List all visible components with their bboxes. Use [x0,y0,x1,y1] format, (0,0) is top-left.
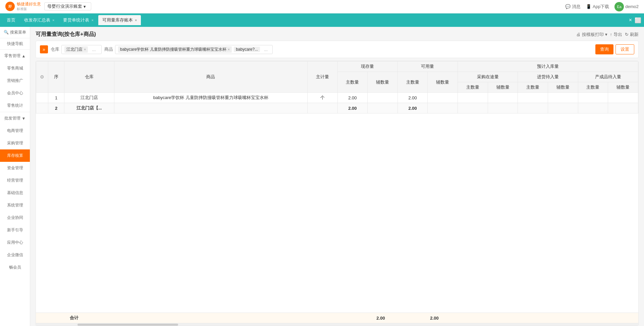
logo-sub: 标准版 [17,7,41,11]
table-container: ⚙ 序 仓库 商品 主计量 现存量 可用量 预计入库量 主数量 辅数量 主数量 [36,61,639,326]
sidebar-item-inventory[interactable]: 库存核算 [0,149,30,162]
tab-available-stock-close[interactable]: × [135,18,137,22]
tab-order-stats-close[interactable]: × [91,18,93,22]
row1-settings [36,93,48,103]
refresh-button[interactable]: ↻ 刷新 [625,32,639,38]
row2-production-pending-main [578,103,608,113]
tab-home-label: 首页 [7,17,15,23]
col-available-main-qty-header: 主数量 [397,72,428,93]
col-settings-header: ⚙ [36,61,48,93]
sidebar-operations-label: 经营管理 [7,178,23,183]
row2-main-unit [307,103,337,113]
sidebar-inventory-label: 库存核算 [7,153,23,158]
query-button[interactable]: 查询 [595,44,613,54]
col-current-aux-qty-header: 辅数量 [368,72,398,93]
row1-current-main-qty: 2.00 [337,93,368,103]
product-tag-1-value: babycare学饮杯 儿童防摔防撞吸管杯重力球吸嘴杯宝宝水杯 [120,47,226,52]
tab-home[interactable]: 首页 [3,15,19,25]
col-production-pending-aux-header: 辅数量 [608,82,638,93]
product-tag-2-value: babycare?... [236,47,258,52]
column-settings-icon[interactable]: ⚙ [40,74,44,80]
sidebar-member-center-label: 会员中心 [7,90,23,96]
warehouse-more-button[interactable]: ... [90,46,98,53]
page-header: 可用量查询(按仓库+商品) 🖨 按模板打印 ▾ ↑ 导出 ↻ 刷新 [30,27,644,41]
warehouse-input[interactable]: 江北门店 × ... [61,45,102,54]
col-inbound-pending-aux-header: 辅数量 [548,82,578,93]
tab-available-stock[interactable]: 可用量库存账本 × [98,15,141,25]
sidebar-item-retail-mall[interactable]: 零售商城 [0,62,30,75]
user-profile[interactable]: Ea demo2 [614,2,639,11]
col-inbound-pending-main-header: 主数量 [518,82,548,93]
warehouse-field: 仓库 江北门店 × ... [51,45,102,54]
sidebar-item-retail-stats[interactable]: 零售统计 [0,99,30,112]
table-row: 2 江北门店【... 2.00 2.00 [36,103,638,113]
export-button[interactable]: ↑ 导出 [610,32,623,38]
table-empty-space [36,113,638,313]
app-download-button[interactable]: 📱 App下载 [586,4,609,10]
tab-income-expense-close[interactable]: × [52,18,54,22]
col-available-aux-qty-header: 辅数量 [428,72,458,93]
sidebar-item-ecommerce[interactable]: 电商管理 [0,125,30,137]
print-icon: 🖨 [576,32,581,37]
horizontal-scrollbar[interactable] [36,323,638,326]
row2-production-pending-aux [608,103,638,113]
row2-settings [36,103,48,113]
sidebar-item-member-center[interactable]: 会员中心 [0,87,30,99]
sidebar-item-finance[interactable]: 资金管理 [0,162,30,174]
row2-purchase-onway-main [458,103,488,113]
tab-restore-icon[interactable]: ⬜ [635,17,641,24]
chevron-icon-2: ▼ [22,116,26,121]
row1-no: 1 [48,93,64,103]
tab-income-expense[interactable]: 收发存汇总表 × [20,15,58,25]
sidebar-item-enterprise-coop[interactable]: 企业协同 [0,212,30,224]
tab-income-expense-label: 收发存汇总表 [24,17,50,23]
product-more-button[interactable]: ... [262,46,270,53]
sidebar-item-app-center[interactable]: 应用中心 [0,236,30,249]
filter-expand-button[interactable]: » [40,45,48,53]
footer-current-main-qty: 2.00 [367,316,394,321]
sidebar-item-system[interactable]: 系统管理 [0,199,30,212]
sidebar-item-purchase[interactable]: 采购管理 [0,137,30,149]
sidebar-item-wholesale-mgmt[interactable]: 批发管理 ▼ [0,112,30,125]
data-table: ⚙ 序 仓库 商品 主计量 现存量 可用量 预计入库量 主数量 辅数量 主数量 [36,61,638,113]
sidebar-item-member[interactable]: 畅会员 [0,261,30,274]
row1-available-main-qty: 2.00 [397,93,428,103]
sidebar-search[interactable]: 🔍 搜索菜单 [0,27,30,38]
app-download-label: App下载 [593,4,609,10]
sidebar-quick-nav[interactable]: 快捷导航 [0,38,30,50]
search-icon: 🔍 [4,30,9,35]
sidebar-item-enterprise-wechat[interactable]: 企业微信 [0,249,30,261]
sidebar-item-newbie[interactable]: 新手引导 [0,224,30,236]
row2-current-main-qty: 2.00 [337,103,368,113]
col-available-qty-header: 可用量 [397,61,458,72]
message-button[interactable]: 💬 消息 [565,4,581,10]
export-icon: ↑ [610,32,612,37]
row1-purchase-onway-aux [488,93,518,103]
logo-icon: 好 [5,2,15,11]
industry-select[interactable]: 母婴行业演示账套 ▾ [44,2,91,10]
setting-button[interactable]: 设置 [615,44,634,54]
product-input[interactable]: babycare学饮杯 儿童防摔防撞吸管杯重力球吸嘴杯宝宝水杯 × babyca… [115,45,273,54]
warehouse-tag-close[interactable]: × [84,47,86,51]
sidebar-app-center-label: 应用中心 [7,240,23,245]
scroll-thumb[interactable] [77,324,178,326]
col-purchase-onway-main-header: 主数量 [458,82,488,93]
warehouse-label: 仓库 [51,46,59,52]
sidebar-item-basic-info[interactable]: 基础信息 [0,187,30,199]
tab-order-stats[interactable]: 要货单统计表 × [59,15,97,25]
sidebar-item-marketing[interactable]: 营销推广 [0,75,30,87]
sidebar-item-retail-mgmt[interactable]: 零售管理 ▲ [0,50,30,62]
sidebar-wholesale-mgmt-label: 批发管理 [4,115,20,121]
sidebar-item-operations[interactable]: 经营管理 [0,174,30,187]
row1-product: babycare学饮杯 儿童防摔防撞吸管杯重力球吸嘴杯宝宝水杯 [114,93,307,103]
tab-close-all-icon[interactable]: × [629,17,632,23]
row2-warehouse: 江北门店【... [64,103,114,113]
chevron-down-icon: ▾ [84,4,86,9]
export-label: 导出 [613,32,622,38]
col-planned-inbound-header: 预计入库量 [458,61,638,72]
product-tag-1: babycare学饮杯 儿童防摔防撞吸管杯重力球吸嘴杯宝宝水杯 × [118,46,232,53]
product-tag-1-close[interactable]: × [228,47,230,51]
row1-current-aux-qty [368,93,398,103]
row1-warehouse: 江北门店 [64,93,114,103]
print-by-template-button[interactable]: 🖨 按模板打印 ▾ [576,32,607,38]
